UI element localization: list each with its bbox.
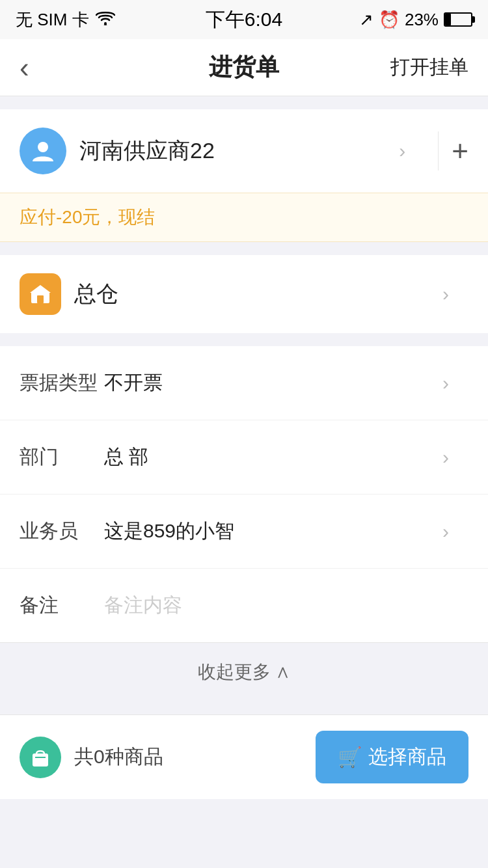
invoice-type-row[interactable]: 票据类型 不开票 ›	[0, 346, 488, 420]
section-gap-4	[0, 701, 488, 714]
remark-label: 备注	[20, 592, 104, 619]
form-card: 票据类型 不开票 › 部门 总 部 › 业务员 这是859的小智 › 备注 备注…	[0, 346, 488, 701]
invoice-type-chevron-icon: ›	[442, 372, 449, 394]
bottom-bar: 共0种商品 🛒 选择商品	[0, 714, 488, 799]
alarm-icon: ⏰	[379, 10, 400, 30]
salesperson-label: 业务员	[20, 518, 104, 545]
invoice-type-value: 不开票	[104, 370, 442, 396]
battery-icon	[444, 12, 472, 27]
svg-point-1	[38, 142, 48, 152]
battery-label: 23%	[405, 10, 439, 30]
supplier-name: 河南供应商22	[79, 136, 399, 166]
nav-bar: ‹ 进货单 打开挂单	[0, 39, 488, 96]
status-left: 无 SIM 卡	[16, 8, 115, 31]
status-right: ↗ ⏰ 23%	[359, 10, 472, 30]
warehouse-label: 总仓	[74, 279, 442, 309]
section-gap-2	[0, 242, 488, 255]
vertical-divider	[438, 131, 439, 170]
svg-rect-4	[37, 295, 44, 303]
status-time: 下午6:04	[206, 7, 282, 33]
supplier-chevron-icon: ›	[399, 140, 405, 162]
remark-row[interactable]: 备注 备注内容	[0, 568, 488, 642]
collapse-label: 收起更多 ∧	[198, 662, 291, 682]
product-count-label: 共0种商品	[74, 744, 316, 770]
salesperson-value: 这是859的小智	[104, 518, 442, 545]
salesperson-chevron-icon: ›	[442, 521, 449, 543]
svg-point-0	[104, 22, 107, 25]
supplier-card: 河南供应商22 › + 应付-20元，现结	[0, 109, 488, 242]
remark-input[interactable]: 备注内容	[104, 592, 468, 619]
supplier-avatar	[20, 128, 66, 174]
gps-icon: ↗	[359, 10, 373, 30]
section-gap-1	[0, 96, 488, 109]
department-value: 总 部	[104, 444, 442, 470]
select-btn-label: 选择商品	[368, 744, 446, 770]
salesperson-row[interactable]: 业务员 这是859的小智 ›	[0, 494, 488, 568]
cart-icon: 🛒	[338, 746, 362, 768]
notice-text: 应付-20元，现结	[20, 207, 155, 227]
notice-banner: 应付-20元，现结	[0, 193, 488, 242]
add-supplier-button[interactable]: +	[452, 135, 468, 167]
svg-rect-5	[33, 753, 48, 766]
back-button[interactable]: ‹	[20, 51, 29, 84]
select-product-button[interactable]: 🛒 选择商品	[316, 731, 468, 783]
product-bag-icon	[20, 737, 61, 778]
warehouse-icon	[20, 273, 61, 315]
status-bar: 无 SIM 卡 下午6:04 ↗ ⏰ 23%	[0, 0, 488, 39]
department-row[interactable]: 部门 总 部 ›	[0, 420, 488, 494]
warehouse-chevron-icon: ›	[442, 283, 449, 305]
collapse-button[interactable]: 收起更多 ∧	[0, 642, 488, 701]
department-label: 部门	[20, 444, 104, 470]
warehouse-card: 总仓 ›	[0, 255, 488, 333]
svg-marker-3	[30, 285, 51, 293]
wifi-icon	[96, 10, 115, 30]
carrier-label: 无 SIM 卡	[16, 8, 89, 31]
page-title: 进货单	[209, 51, 279, 83]
warehouse-row[interactable]: 总仓 ›	[0, 255, 488, 333]
supplier-row[interactable]: 河南供应商22 › +	[0, 109, 488, 193]
department-chevron-icon: ›	[442, 446, 449, 468]
open-pending-button[interactable]: 打开挂单	[390, 54, 468, 81]
invoice-type-label: 票据类型	[20, 370, 104, 396]
section-gap-3	[0, 333, 488, 346]
